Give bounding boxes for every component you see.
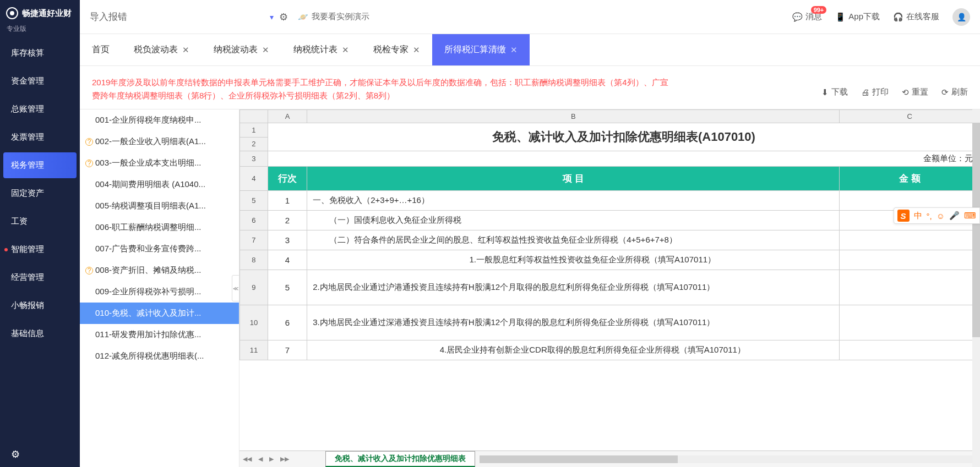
row-header[interactable]: 11	[240, 340, 268, 360]
row-header[interactable]: 7	[240, 230, 268, 250]
seq-cell[interactable]: 3	[268, 230, 307, 250]
close-icon[interactable]: ✕	[413, 45, 420, 55]
seq-cell[interactable]: 4	[268, 250, 307, 270]
workspace-tab[interactable]: 首页	[80, 34, 122, 65]
item-cell[interactable]: 3.内地居民企业通过深港通投资且连续持有H股满12个月取得的股息红利所得免征企业…	[307, 305, 840, 340]
workspace-tab[interactable]: 税检专家✕	[361, 34, 432, 65]
sidebar-item[interactable]: 经营管理	[0, 263, 80, 292]
chevron-down-icon[interactable]: ▾	[270, 13, 274, 21]
headset-icon: 🎧	[893, 12, 903, 22]
scrollbar-thumb[interactable]	[972, 123, 980, 337]
demo-link[interactable]: 🪐 我要看实例演示	[298, 12, 369, 22]
sheet-nav-last[interactable]: ▶▶	[277, 455, 292, 463]
reset-button[interactable]: ⟲重置	[902, 87, 928, 97]
ime-emoji-icon[interactable]: ☺	[937, 211, 945, 221]
col-header-a[interactable]: A	[268, 110, 307, 123]
tab-label: 所得税汇算清缴	[444, 44, 506, 56]
tree-item[interactable]: ?003-一般企业成本支出明细...	[80, 152, 239, 174]
app-download-button[interactable]: 📱 App下载	[835, 12, 880, 22]
workspace-tab[interactable]: 纳税波动表✕	[202, 34, 281, 65]
tree-item[interactable]: 009-企业所得税弥补亏损明...	[80, 281, 239, 303]
download-button[interactable]: ⬇下载	[821, 87, 848, 97]
ime-punct-icon[interactable]: °,	[927, 211, 932, 221]
row-header[interactable]: 10	[240, 305, 268, 340]
col-header-b[interactable]: B	[307, 110, 840, 123]
sidebar-item[interactable]: 固定资产	[0, 179, 80, 207]
tree-item[interactable]: 011-研发费用加计扣除优惠...	[80, 324, 239, 345]
amount-cell[interactable]	[840, 340, 980, 360]
sidebar-item[interactable]: 发票管理	[0, 123, 80, 151]
close-icon[interactable]: ✕	[510, 45, 518, 55]
close-icon[interactable]: ✕	[262, 45, 269, 55]
sidebar-item[interactable]: 资金管理	[0, 67, 80, 95]
tree-item[interactable]: 006-职工薪酬纳税调整明细...	[80, 217, 239, 238]
print-button[interactable]: 🖨打印	[861, 87, 889, 97]
ime-toolbar[interactable]: S 中 °, ☺ 🎤 ⌨	[894, 207, 981, 224]
row-header[interactable]: 5	[240, 191, 268, 211]
tree-item[interactable]: 012-减免所得税优惠明细表(...	[80, 345, 239, 367]
sidebar-item[interactable]: 总账管理	[0, 95, 80, 123]
row-header[interactable]: 8	[240, 250, 268, 270]
search-input[interactable]	[90, 8, 264, 26]
sidebar-item[interactable]: 小畅报销	[0, 292, 80, 320]
close-icon[interactable]: ✕	[182, 45, 189, 55]
support-button[interactable]: 🎧 在线客服	[893, 12, 939, 22]
row-header[interactable]: 3	[240, 151, 268, 167]
sheet-tab-active[interactable]: 免税、减计收入及加计扣除优惠明细表	[325, 451, 475, 467]
amount-cell[interactable]	[840, 250, 980, 270]
sidebar-settings[interactable]: ⚙	[0, 442, 80, 467]
tree-item[interactable]: 005-纳税调整项目明细表(A1...	[80, 195, 239, 217]
seq-cell[interactable]: 6	[268, 305, 307, 340]
workspace-tab[interactable]: 纳税统计表✕	[281, 34, 361, 65]
sidebar-item[interactable]: 税务管理	[3, 152, 77, 178]
sidebar-item[interactable]: 工资	[0, 207, 80, 235]
item-cell[interactable]: 2.内地居民企业通过沪港通投资且连续持有H股满12个月取得的股息红利所得免征企业…	[307, 270, 840, 305]
ime-keyboard-icon[interactable]: ⌨	[964, 211, 976, 221]
refresh-button[interactable]: ⟳刷新	[941, 87, 968, 97]
sheet-nav-next[interactable]: ▶	[266, 455, 277, 463]
settings-icon[interactable]: ⚙	[279, 11, 288, 23]
tree-item[interactable]: ?002-一般企业收入明细表(A1...	[80, 131, 239, 152]
ime-lang[interactable]: 中	[914, 211, 922, 221]
main: ▾ ⚙ 🪐 我要看实例演示 💬 消息 99+ 📱 App下载 🎧	[80, 0, 980, 467]
item-cell[interactable]: 一、免税收入（2+3+9+…+16）	[307, 191, 840, 211]
col-header-c[interactable]: C	[840, 110, 980, 123]
horizontal-scrollbar[interactable]	[480, 455, 976, 463]
close-icon[interactable]: ✕	[342, 45, 349, 55]
tree-item[interactable]: 004-期间费用明细表 (A1040...	[80, 174, 239, 195]
spreadsheet-grid[interactable]: A B C 1免税、减计收入及加计扣除优惠明细表(A107010) 2 3金额单…	[239, 109, 980, 450]
sidebar-item[interactable]: 智能管理	[0, 235, 80, 263]
sidebar-item[interactable]: 库存核算	[0, 39, 80, 67]
row-header[interactable]: 6	[240, 211, 268, 230]
item-cell[interactable]: （一）国债利息收入免征企业所得税	[307, 211, 840, 230]
seq-cell[interactable]: 5	[268, 270, 307, 305]
item-cell[interactable]: （二）符合条件的居民企业之间的股息、红利等权益性投资收益免征企业所得税（4+5+…	[307, 230, 840, 250]
tree-item[interactable]: ?008-资产折旧、摊销及纳税...	[80, 260, 239, 281]
amount-cell[interactable]	[840, 270, 980, 305]
sidebar-item[interactable]: 基础信息	[0, 320, 80, 348]
item-cell[interactable]: 4.居民企业持有创新企业CDR取得的股息红利所得免征企业所得税（填写A10701…	[307, 340, 840, 360]
seq-cell[interactable]: 2	[268, 211, 307, 230]
amount-cell[interactable]	[840, 305, 980, 340]
row-header[interactable]: 4	[240, 167, 268, 191]
collapse-handle[interactable]: ≪	[232, 275, 239, 301]
tree-item[interactable]: 001-企业所得税年度纳税申...	[80, 109, 239, 131]
avatar[interactable]: 👤	[952, 8, 970, 26]
tree-item[interactable]: 007-广告费和业务宣传费跨...	[80, 238, 239, 260]
workspace-tab[interactable]: 税负波动表✕	[122, 34, 202, 65]
seq-cell[interactable]: 7	[268, 340, 307, 360]
sheet-nav-first[interactable]: ◀◀	[239, 455, 255, 463]
amount-cell[interactable]	[840, 230, 980, 250]
row-header[interactable]: 9	[240, 270, 268, 305]
seq-cell[interactable]: 1	[268, 191, 307, 211]
ime-mic-icon[interactable]: 🎤	[949, 211, 960, 221]
workspace-tab[interactable]: 所得税汇算清缴✕	[432, 34, 530, 65]
tree-item[interactable]: 010-免税、减计收入及加计...	[80, 303, 239, 324]
row-header[interactable]: 2	[240, 137, 268, 151]
sheet-nav-prev[interactable]: ◀	[255, 455, 266, 463]
vertical-scrollbar[interactable]	[972, 109, 980, 467]
row-header[interactable]: 1	[240, 123, 268, 138]
item-cell[interactable]: 1.一般股息红利等权益性投资收益免征企业所得税（填写A107011）	[307, 250, 840, 270]
scrollbar-thumb[interactable]	[480, 455, 678, 463]
messages-button[interactable]: 💬 消息 99+	[792, 12, 822, 22]
